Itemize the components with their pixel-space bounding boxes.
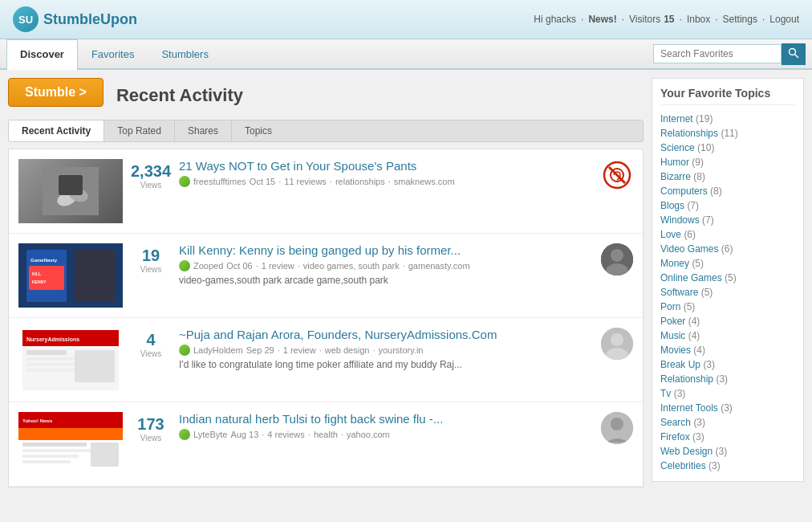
topic-item: Blogs (7)	[660, 198, 795, 213]
views-count-2: 19	[131, 247, 171, 265]
search-favorites-button[interactable]	[782, 43, 806, 65]
user-icon-3	[179, 345, 190, 356]
topic-count: (4)	[688, 330, 700, 341]
sub-tab-topics[interactable]: Topics	[232, 120, 285, 141]
svg-text:Yahoo! News: Yahoo! News	[22, 418, 53, 423]
topic-link[interactable]: Software	[660, 287, 698, 298]
dot-5: ·	[762, 14, 765, 25]
svg-rect-31	[18, 428, 123, 440]
topic-item: Firefox (3)	[660, 430, 795, 444]
topic-link[interactable]: Break Up	[660, 359, 700, 370]
topic-link[interactable]: Relationships	[660, 128, 718, 139]
topic-link[interactable]: Poker	[660, 316, 685, 327]
inbox-link[interactable]: Inbox	[687, 14, 710, 25]
tab-favorites[interactable]: Favorites	[78, 39, 148, 68]
topic-link[interactable]: Blogs	[660, 200, 684, 211]
svg-point-40	[611, 418, 623, 430]
views-count-3: 4	[131, 331, 171, 349]
news-link[interactable]: News!	[588, 14, 616, 25]
svg-rect-38	[91, 442, 119, 467]
topic-item: Bizarre (8)	[660, 169, 795, 184]
topic-link[interactable]: Bizarre	[660, 171, 691, 182]
tags-3: web design	[325, 345, 370, 355]
feed-item: 2,334 Views 21 Ways NOT to Get in Your S…	[9, 149, 643, 234]
feed-views-2: 19 Views	[131, 243, 171, 274]
topic-link[interactable]: Celebrities	[660, 460, 706, 471]
topic-item: Break Up (3)	[660, 357, 795, 372]
topic-count: (7)	[702, 214, 714, 226]
search-favorites-area	[653, 43, 806, 65]
date-4: Aug 13	[230, 430, 258, 439]
views-label-2: Views	[131, 265, 171, 274]
topic-link[interactable]: Tv	[660, 388, 671, 399]
feed-title-3[interactable]: ~Puja and Rajan Arora, Founders, Nursery…	[179, 328, 593, 341]
topic-count: (10)	[697, 142, 714, 153]
topic-link[interactable]: Firefox	[660, 431, 690, 442]
logout-link[interactable]: Logout	[769, 14, 799, 25]
header: SU StumbleUpon Hi ghacks · News! · Visit…	[0, 0, 812, 39]
svg-point-0	[790, 48, 796, 55]
tab-discover[interactable]: Discover	[6, 39, 78, 70]
topic-count: (5)	[684, 301, 696, 312]
topic-link[interactable]: Online Games	[660, 272, 722, 283]
topic-item: Web Design (3)	[660, 444, 795, 459]
topic-item: Poker (4)	[660, 314, 795, 328]
right-sidebar: Your Favorite Topics Internet (19)Relati…	[652, 78, 804, 487]
logo-icon: SU	[13, 6, 39, 32]
tab-stumblers[interactable]: Stumblers	[148, 39, 222, 68]
no-stumble-icon-1	[601, 159, 633, 191]
topic-link[interactable]: Internet Tools	[660, 402, 718, 414]
topic-count: (3)	[693, 417, 705, 428]
topic-link[interactable]: Love	[660, 229, 681, 240]
dot-4: ·	[715, 14, 717, 25]
views-label-4: Views	[131, 434, 171, 442]
feed-item: GameNasty KILL KENNY 19 Views Kill Kenny…	[9, 234, 643, 318]
topic-link[interactable]: Music	[660, 330, 685, 341]
sub-tab-recent[interactable]: Recent Activity	[9, 120, 104, 141]
tags-1: relationships	[335, 177, 385, 186]
svg-text:NurseryAdmissions: NurseryAdmissions	[26, 336, 79, 343]
topic-count: (5)	[701, 287, 713, 298]
search-favorites-input[interactable]	[653, 44, 782, 63]
main-content: Stumble > Recent Activity Recent Activit…	[0, 70, 812, 495]
topic-count: (3)	[708, 460, 721, 471]
domain-3: yourstory.in	[378, 345, 423, 355]
topic-link[interactable]: Porn	[660, 301, 680, 312]
topic-link[interactable]: Windows	[660, 214, 700, 226]
topic-item: Internet (19)	[660, 112, 795, 126]
feed-title-2[interactable]: Kill Kenny: Kenny is being ganged up by …	[179, 243, 593, 257]
dot-m3: ·	[388, 177, 391, 186]
topic-link[interactable]: Money	[660, 258, 689, 269]
user-name-2: Zooped	[193, 261, 223, 271]
stumble-button[interactable]: Stumble >	[8, 78, 104, 107]
header-nav: Hi ghacks · News! · Visitors 15 · Inbox …	[534, 14, 799, 25]
no-stumble-svg	[603, 161, 631, 190]
topic-link[interactable]: Internet	[660, 113, 693, 124]
user-icon-4	[179, 429, 190, 440]
thumb-placeholder	[18, 159, 123, 223]
topic-link[interactable]: Video Games	[660, 243, 719, 255]
feed-title-4[interactable]: Indian natural herb Tulsi to fight back …	[179, 412, 593, 426]
topic-link[interactable]: Computers	[660, 186, 708, 197]
svg-text:KILL: KILL	[32, 271, 41, 276]
feed-meta-3: LadyHoldem Sep 29 · 1 review · web desig…	[179, 345, 593, 356]
user-icon-2	[179, 260, 190, 271]
feed-title-1[interactable]: 21 Ways NOT to Get in Your Spouse's Pant…	[179, 159, 593, 173]
sub-tabs: Recent Activity Top Rated Shares Topics	[8, 120, 644, 142]
fav-topics: Your Favorite Topics Internet (19)Relati…	[652, 78, 804, 482]
topic-link[interactable]: Web Design	[660, 446, 713, 457]
dot-2: ·	[622, 14, 624, 25]
topic-link[interactable]: Search	[660, 417, 691, 428]
topic-link[interactable]: Movies	[660, 345, 691, 356]
topic-item: Relationships (11)	[660, 126, 795, 141]
svg-rect-22	[26, 350, 67, 355]
topic-link[interactable]: Humor	[660, 157, 689, 168]
date-2: Oct 06	[226, 261, 252, 271]
sub-tab-shares[interactable]: Shares	[175, 120, 232, 141]
sub-tab-toprated[interactable]: Top Rated	[104, 120, 175, 141]
settings-link[interactable]: Settings	[723, 14, 757, 25]
topic-link[interactable]: Relationship	[660, 373, 713, 385]
dot-m10: ·	[262, 430, 264, 439]
topic-link[interactable]: Science	[660, 142, 695, 153]
reviews-4: 4 reviews	[267, 430, 304, 439]
